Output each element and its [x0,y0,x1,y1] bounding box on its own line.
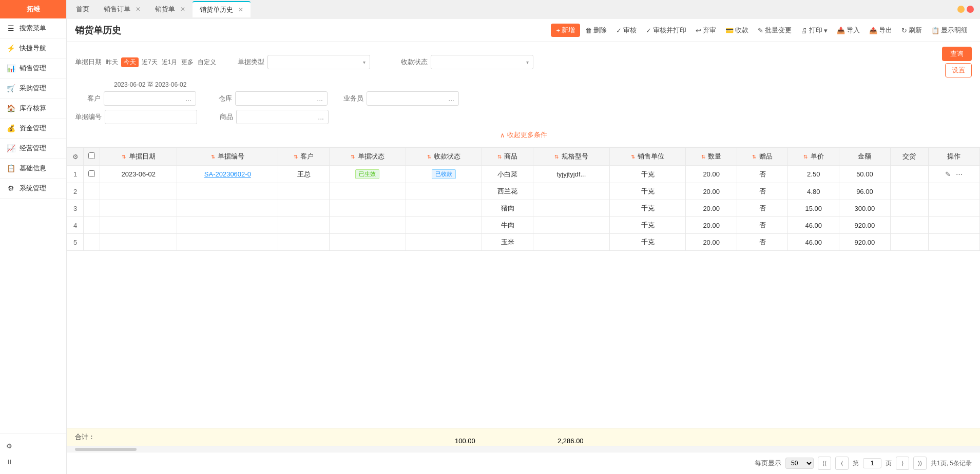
customer-select[interactable]: ... [104,91,196,106]
row-customer-1: 王总 [278,166,330,183]
query-button[interactable]: 查询 [942,47,972,61]
sidebar-item-inventory-calc[interactable]: 🏠 库存核算 [0,98,66,118]
row-checkbox-1 [84,166,100,183]
sidebar-item-finance-mgmt[interactable]: 💰 资金管理 [0,118,66,139]
audit-button[interactable]: ✓ 审核 [612,24,641,37]
set-button[interactable]: 设置 [945,63,972,77]
sidebar-item-system-mgmt[interactable]: ⚙ 系统管理 [0,179,66,199]
date-1month[interactable]: 近1月 [161,57,179,67]
table-settings-icon[interactable]: ⚙ [72,153,79,161]
row-amount-5: 920.00 [839,234,891,251]
sidebar-item-sales-mgmt[interactable]: 📊 销售管理 [0,58,66,78]
salesperson-select[interactable]: ... [367,91,459,106]
tab-sales-delivery[interactable]: 销货单 ✕ [148,2,193,17]
sort-icon: ⇅ [427,154,431,160]
tab-sales-history[interactable]: 销货单历史 ✕ [193,1,251,17]
sidebar-item-basic-info[interactable]: 📋 基础信息 [0,159,66,179]
table-header-row: ⚙ ⇅ 单据日期 ⇅ 单据编号 [67,148,980,166]
row-quantity-1: 20.00 [686,166,737,183]
batch-change-button[interactable]: ✎ 批量变更 [754,24,796,37]
tab-home[interactable]: 首页 [69,2,97,17]
per-page-label: 每页显示 [755,459,781,468]
col-quantity: ⇅ 数量 [686,148,737,166]
col-transaction: 交货 [890,148,928,166]
next-page-button[interactable]: ⟩ [896,457,909,470]
tab-sales-history-close[interactable]: ✕ [238,6,243,13]
doc-type-select[interactable]: ▾ [267,55,370,69]
tab-sales-order-close[interactable]: ✕ [136,6,141,13]
page-number-input[interactable] [863,458,881,468]
pay-status-select[interactable]: ▾ [431,55,533,69]
collect-icon: 💳 [725,27,734,34]
row-doc-date-1: 2023-06-02 [100,166,177,183]
warehouse-select[interactable]: ... [235,91,328,106]
row-gift-4: 否 [737,217,788,234]
scroll-thumb[interactable] [75,448,137,451]
row-select-checkbox[interactable] [88,170,95,177]
basic-info-icon: 📋 [6,164,15,172]
row-unit-price-3: 15.00 [788,200,839,217]
date-custom[interactable]: 自定义 [197,57,217,67]
minimize-btn[interactable] [957,6,965,13]
sidebar-item-quick-nav[interactable]: ⚡ 快捷导航 [0,38,66,58]
row-goods-5: 玉米 [482,234,533,251]
sidebar-item-search-menu[interactable]: ☰ 搜索菜单 [0,18,66,38]
tab-sales-history-label: 销货单历史 [200,5,233,14]
goods-select[interactable]: ... [236,110,329,124]
collapse-button[interactable]: ∧ 收起更多条件 [75,128,972,142]
row-spec-model-2 [533,183,609,200]
audit-icon: ✓ [616,27,622,34]
select-all-checkbox[interactable] [88,152,95,159]
goods-label: 商品 [207,112,233,122]
date-yesterday[interactable]: 昨天 [105,57,119,67]
sidebar-item-purchase-mgmt[interactable]: 🛒 采购管理 [0,78,66,98]
sidebar-item-label: 销售管理 [20,64,46,73]
audit-print-button[interactable]: ✓ 审核并打印 [642,24,690,37]
per-page-select[interactable]: 50 100 200 [785,458,814,469]
row-spec-model-3 [533,200,609,217]
export-button[interactable]: 📤 导出 [865,24,896,37]
sidebar-item-operations-mgmt[interactable]: 📈 经营管理 [0,139,66,159]
col-doc-date: ⇅ 单据日期 [100,148,177,166]
first-page-button[interactable]: ⟨⟨ [818,457,831,470]
doc-no-input[interactable] [105,110,197,124]
show-detail-button[interactable]: 📋 显示明细 [927,24,972,37]
page-title: 销货单历史 [75,24,121,36]
filter-doc-no: 单据编号 [75,110,197,124]
date-today[interactable]: 今天 [121,57,139,67]
row-unit-price-1: 2.50 [788,166,839,183]
row-sales-unit-3: 千克 [609,200,686,217]
doc-no-link[interactable]: SA-20230602-0 [204,170,251,178]
doc-type-arrow: ▾ [363,60,366,65]
date-shortcuts: 昨天 今天 近7天 近1月 更多 自定义 [105,57,217,67]
delete-button[interactable]: 🗑 删除 [581,24,611,37]
row-doc-status-5 [329,234,406,251]
row-quantity-5: 20.00 [686,234,737,251]
finance-icon: 💰 [6,124,15,132]
tab-sales-order[interactable]: 销售订单 ✕ [97,2,148,17]
refresh-button[interactable]: ↻ 刷新 [897,24,926,37]
new-button[interactable]: + 新增 [551,24,580,37]
edit-action-btn[interactable]: ✎ [944,170,952,179]
sidebar-bottom-pause[interactable]: ⏸ [0,454,66,470]
more-action-btn[interactable]: ⋯ [954,170,964,179]
prev-page-button[interactable]: ⟨ [835,457,849,470]
row-amount-3: 300.00 [839,200,891,217]
print-button[interactable]: 🖨 打印 ▾ [797,24,832,37]
scroll-bar-area[interactable] [67,446,980,452]
date-more[interactable]: 更多 [180,57,195,67]
row-transaction-3 [890,200,928,217]
row-pay-status-3 [406,200,482,217]
import-button[interactable]: 📥 导入 [833,24,864,37]
close-btn[interactable] [967,6,974,13]
collect-button[interactable]: 💳 收款 [721,24,753,37]
filter-row-2: 客户 ... 仓库 ... 业务员 [75,91,972,106]
tab-sales-delivery-close[interactable]: ✕ [180,6,185,13]
last-page-button[interactable]: ⟩⟩ [913,457,927,470]
row-gift-1: 否 [737,166,788,183]
sidebar-bottom-settings[interactable]: ⚙ [0,438,66,454]
date-7days[interactable]: 近7天 [141,57,159,67]
export-icon: 📤 [869,27,877,34]
print-dropdown-arrow: ▾ [824,27,828,34]
abandon-button[interactable]: ↩ 弃审 [691,24,720,37]
